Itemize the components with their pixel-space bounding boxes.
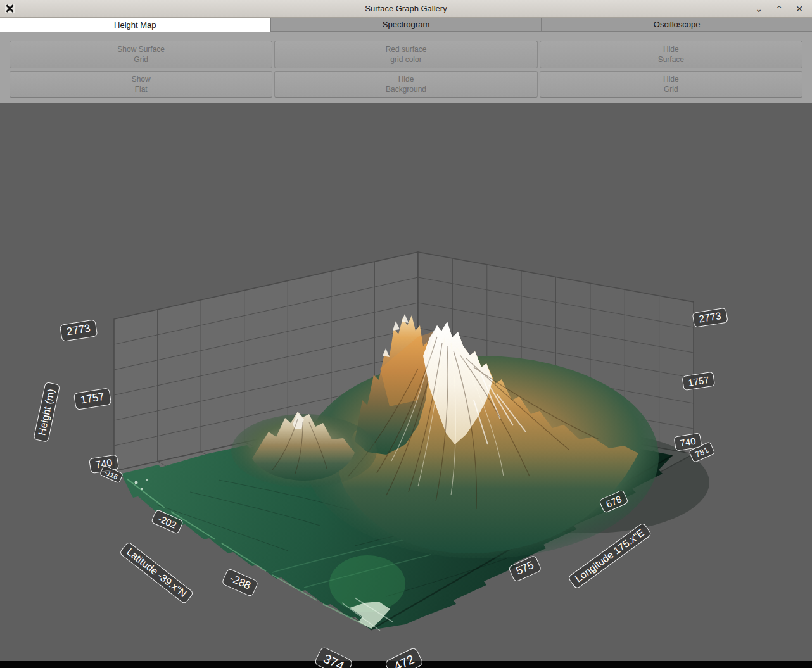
tab-bar: Height Map Spectrogram Oscilloscope	[0, 18, 812, 32]
tab-spectrogram[interactable]: Spectrogram	[271, 18, 542, 32]
bottom-black-bar	[0, 661, 812, 668]
show-surface-grid-button[interactable]: Show Surface Grid	[10, 41, 272, 68]
window-controls: ⌄ ⌃ ✕	[754, 4, 812, 13]
maximize-icon[interactable]: ⌃	[774, 4, 784, 13]
hide-background-button[interactable]: Hide Background	[274, 71, 537, 98]
close-icon[interactable]: ✕	[794, 4, 804, 13]
plot-area: 27731757740-116-202-28837478167857547227…	[0, 103, 812, 668]
window-title: Surface Graph Gallery	[0, 4, 812, 13]
toolbar: Show Surface Grid Red surface grid color…	[0, 32, 812, 103]
minimize-icon[interactable]: ⌄	[754, 4, 764, 13]
show-flat-button[interactable]: Show Flat	[10, 71, 272, 98]
red-surface-grid-color-button[interactable]: Red surface grid color	[274, 41, 537, 68]
title-bar[interactable]: Surface Graph Gallery ⌄ ⌃ ✕	[0, 0, 812, 18]
tab-height-map[interactable]: Height Map	[0, 18, 271, 32]
hide-surface-button[interactable]: Hide Surface	[540, 41, 802, 68]
hide-grid-button[interactable]: Hide Grid	[540, 71, 802, 98]
surface-3d-plot[interactable]	[0, 103, 812, 668]
app-icon	[4, 4, 15, 14]
tab-oscilloscope[interactable]: Oscilloscope	[542, 18, 812, 32]
